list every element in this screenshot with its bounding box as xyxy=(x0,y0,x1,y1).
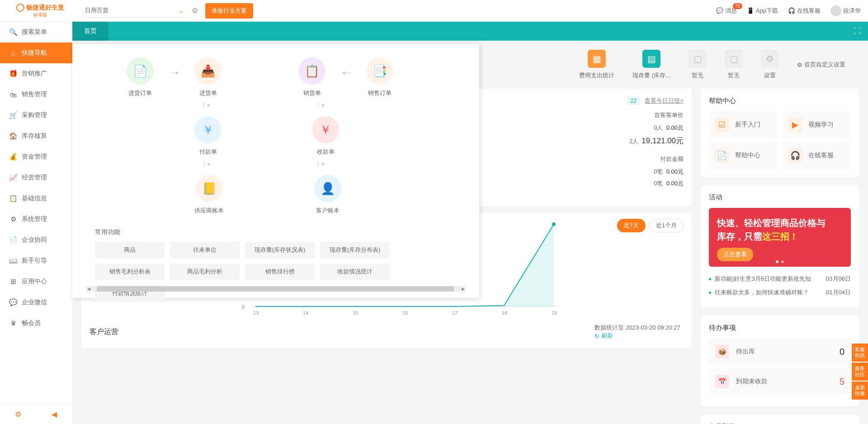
sidebar-label: 快捷导航 xyxy=(22,49,47,57)
customize-link[interactable]: ⚙首页自定义设置 xyxy=(797,61,845,69)
news-item-1[interactable]: 新功能|好生意3月6日功能更新抢先知03月06日 xyxy=(709,272,851,286)
headset-icon: 🎧 xyxy=(788,7,795,14)
float-shortcut[interactable]: 桌面快捷 xyxy=(852,382,868,400)
app-download-link[interactable]: 📱 App下载 xyxy=(747,7,778,15)
todo-card: 待办事项 📦待出库0 📅到期未收款5 xyxy=(701,316,859,406)
help-newbie[interactable]: ☑新手入门 xyxy=(709,112,778,138)
arrow-down-icon: ⠇▾ xyxy=(203,160,210,170)
float-community[interactable]: 服务社区 xyxy=(852,363,868,381)
flow-purchase-order[interactable]: 📄进货订单 xyxy=(127,57,154,97)
sidebar-item-marketing[interactable]: 🎁营销推广 xyxy=(0,63,72,84)
sidebar-item-basic[interactable]: 📋基础信息 xyxy=(0,188,72,209)
common-stock-status[interactable]: 现存量(库存状况表) xyxy=(245,242,315,258)
sidebar-label: 新手引导 xyxy=(22,257,47,265)
tile-label: 暂无 xyxy=(728,71,740,80)
news-item-2[interactable]: 往来账款太多，如何快速准确对账？01月04日 xyxy=(709,286,851,299)
promo-highlight: 这三招！ xyxy=(762,231,798,241)
flow-purchase-bill[interactable]: 📥进货单 xyxy=(194,57,222,97)
flow-sales-order[interactable]: 📑销售订单 xyxy=(366,57,393,97)
sidebar-item-finance[interactable]: 💰资金管理 xyxy=(0,146,72,167)
tile-empty-1[interactable]: ▢暂无 xyxy=(689,50,707,80)
scrollbar-thumb[interactable] xyxy=(97,286,454,292)
refresh-button[interactable]: ↻刷新 xyxy=(594,332,684,340)
flow-label: 进货单 xyxy=(199,89,217,97)
common-sales-rank[interactable]: 销售排行榜 xyxy=(245,264,315,280)
flow-label: 收款单 xyxy=(317,148,335,156)
customer-icon: 👤 xyxy=(314,175,341,202)
calendar-icon: 📅 xyxy=(715,375,729,388)
tile-settings[interactable]: ⚙设置 xyxy=(761,50,779,80)
tile-empty-2[interactable]: ▢暂无 xyxy=(725,50,743,80)
logo[interactable]: 畅捷通好生意 标准版 xyxy=(7,4,73,18)
chart-1month-button[interactable]: 近1个月 xyxy=(649,219,684,232)
flow-label: 客户账本 xyxy=(316,207,340,215)
help-service[interactable]: 🎧在线客服 xyxy=(782,142,851,169)
common-stock-dist[interactable]: 现存量(库存分布表) xyxy=(320,242,390,258)
sidebar-item-member[interactable]: ♛畅会员 xyxy=(0,313,72,334)
common-receipt-stats[interactable]: 收款情况统计 xyxy=(320,264,390,280)
flow-sales-bill[interactable]: 📋销货单 xyxy=(298,57,326,97)
help-center[interactable]: 📄帮助中心 xyxy=(709,142,778,169)
tile-label: 现存量 (库存... xyxy=(632,71,670,80)
sidebar-item-purchase[interactable]: 🛒采购管理 xyxy=(0,105,72,126)
tab-home[interactable]: 首页 xyxy=(72,22,108,41)
top-header: 畅捷通好生意 标准版 日用百货 ⌄ ⚙ 体验行业方案 💬 消息 70 📱 App… xyxy=(0,0,868,22)
help-label: 帮助中心 xyxy=(735,151,760,160)
scroll-left-icon[interactable]: ◀ xyxy=(86,287,91,291)
news-date: 01月04日 xyxy=(826,288,851,297)
flow-customer-ledger[interactable]: 👤客户账本 xyxy=(314,175,341,215)
tile-expense[interactable]: ▦费用支出统计 xyxy=(579,50,614,80)
fullscreen-icon[interactable]: ⛶ xyxy=(854,27,861,35)
check-icon: ☑ xyxy=(714,117,730,132)
grid-icon: ⊞ xyxy=(9,278,17,286)
flow-receipt[interactable]: ￥收款单 xyxy=(312,116,339,156)
sidebar-label: 经营管理 xyxy=(22,174,47,182)
daily-report-link[interactable]: 查看今日日报> xyxy=(645,97,684,105)
list-icon: 📋 xyxy=(9,194,17,203)
help-video[interactable]: ▶视频学习 xyxy=(782,112,851,138)
sidebar-item-wechat[interactable]: 💬企业微信 xyxy=(0,292,72,313)
scroll-right-icon[interactable]: ▶ xyxy=(460,287,466,291)
arrow-down-icon: ⠇▾ xyxy=(317,160,325,170)
doc-out-icon: 📄 xyxy=(127,57,154,85)
tile-stock[interactable]: ▤现存量 (库存... xyxy=(632,50,670,80)
sidebar-item-collab[interactable]: 📄企业协同 xyxy=(0,230,72,250)
flow-supplier-ledger[interactable]: 📒供应商账本 xyxy=(194,175,224,215)
float-hotline[interactable]: 客服热线 xyxy=(852,344,868,362)
stock-icon: ▤ xyxy=(642,50,660,68)
todo-overdue[interactable]: 📅到期未收款5 xyxy=(709,368,851,395)
todo-outbound[interactable]: 📦待出库0 xyxy=(709,339,851,365)
flow-payment[interactable]: ￥付款单 xyxy=(194,116,222,156)
common-contacts[interactable]: 往来单位 xyxy=(170,242,240,258)
sidebar: 🔍搜索菜单 ⌂快捷导航 🎁营销推广 🛍销售管理 🛒采购管理 🏠库存核算 💰资金管… xyxy=(0,22,72,424)
help-card: 帮助中心 ☑新手入门 ▶视频学习 📄帮助中心 🎧在线客服 xyxy=(701,89,859,177)
sidebar-item-guide[interactable]: 📖新手引导 xyxy=(0,250,72,271)
carousel-dots[interactable] xyxy=(776,260,784,263)
messages-link[interactable]: 💬 消息 70 xyxy=(716,7,737,15)
settings-button[interactable]: ⚙ xyxy=(0,405,36,424)
sidebar-item-search[interactable]: 🔍搜索菜单 xyxy=(0,22,72,42)
collapse-button[interactable]: ◀ xyxy=(36,405,72,424)
chevron-down-icon: ⌄ xyxy=(179,7,184,14)
quicknav-flyout: 📄进货订单 ·······▸ 📥进货单 📋销货单 ◂······· 📑销售订单 … xyxy=(72,44,479,298)
sidebar-item-sales[interactable]: 🛍销售管理 xyxy=(0,84,72,105)
promo-banner[interactable]: 快速、轻松管理商品价格与库存，只需这三招！ 点击查看 xyxy=(709,208,851,267)
common-sales-profit[interactable]: 销售毛利分析表 xyxy=(95,264,165,280)
sidebar-item-system[interactable]: ⚙系统管理 xyxy=(0,209,72,230)
sidebar-item-business[interactable]: 📈经营管理 xyxy=(0,167,72,188)
trial-button[interactable]: 体验行业方案 xyxy=(205,3,253,19)
online-service-link[interactable]: 🎧 在线客服 xyxy=(788,7,821,15)
common-product[interactable]: 商品 xyxy=(95,242,165,258)
category-select[interactable]: 日用百货 ⌄ xyxy=(82,4,186,18)
common-product-profit[interactable]: 商品毛利分析 xyxy=(170,264,240,280)
sidebar-item-inventory[interactable]: 🏠库存核算 xyxy=(0,126,72,146)
news-date: 03月06日 xyxy=(826,275,851,283)
sidebar-item-apps[interactable]: ⊞应用中心 xyxy=(0,271,72,292)
sidebar-item-quicknav[interactable]: ⌂快捷导航 xyxy=(0,42,72,63)
user-menu[interactable]: 徐泽华 xyxy=(830,5,861,16)
flyout-scrollbar[interactable]: ◀ ▶ xyxy=(86,286,466,292)
gear-icon[interactable]: ⚙ xyxy=(192,6,198,15)
svg-text:16: 16 xyxy=(402,310,408,316)
promo-button[interactable]: 点击查看 xyxy=(717,248,753,261)
chart-7days-button[interactable]: 近7天 xyxy=(617,219,646,232)
